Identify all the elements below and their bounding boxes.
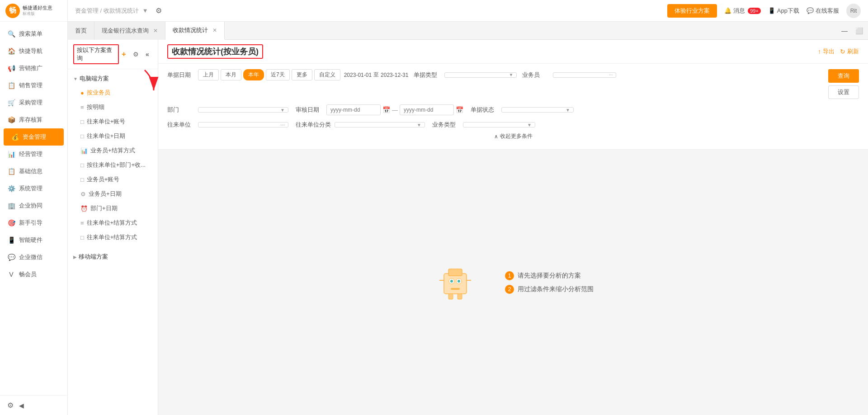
tab-collection-stats-close[interactable]: ✕ — [212, 27, 217, 33]
partner-select[interactable] — [198, 122, 288, 127]
review-date-cal-icon2[interactable]: 📅 — [456, 106, 463, 113]
tab-home[interactable]: 首页 — [68, 22, 94, 40]
hint-item-1: 1 请先选择要分析的方案 — [505, 271, 581, 280]
user-avatar[interactable]: Rit — [846, 4, 861, 18]
scheme-item-by-unit-account[interactable]: □ 往来单位+账号 — [68, 114, 158, 129]
export-icon: ↑ — [818, 48, 821, 55]
scheme-item-by-salesperson-settlement[interactable]: 📊 业务员+结算方式 — [68, 143, 158, 158]
query-button[interactable]: 查询 — [828, 69, 859, 83]
quick-nav-icon: 🏠 — [7, 47, 15, 55]
data-area: 1 请先选择要分析的方案 2 用过滤条件来缩小分析范围 — [158, 150, 868, 415]
trial-button[interactable]: 体验行业方案 — [667, 4, 717, 18]
scheme-item-by-salesperson-account[interactable]: □ 业务员+账号 — [68, 172, 158, 187]
date-btn-this-month[interactable]: 本月 — [221, 69, 241, 80]
scheme-add-button[interactable]: + — [119, 49, 129, 59]
scheme-panel-header: 按以下方案查询 + ⚙ « — [68, 40, 158, 69]
scheme-group-mobile-header[interactable]: ▶ 移动端方案 — [68, 250, 158, 264]
scheme-settings-button[interactable]: ⚙ — [131, 49, 141, 59]
scheme-group-desktop-header[interactable]: ▼ 电脑端方案 — [68, 72, 158, 85]
page-actions: ↑ 导出 ↻ 刷新 — [818, 47, 859, 56]
vip-icon: V — [7, 271, 15, 278]
sidebar-item-system[interactable]: ⚙️ 系统管理 — [0, 180, 67, 197]
scheme-collapse-button[interactable]: « — [142, 49, 152, 59]
sidebar-item-basic-info[interactable]: 📋 基础信息 — [0, 163, 67, 180]
notification-badge: 99+ — [748, 8, 761, 14]
tab-bank-flow-close[interactable]: ✕ — [153, 28, 158, 34]
business-type-select[interactable] — [463, 122, 535, 127]
scheme-item-by-unit-settlement2[interactable]: □ 往来单位+结算方式 — [68, 230, 158, 245]
sidebar-item-finance[interactable]: 💰 资金管理 — [4, 128, 64, 146]
tab-bank-flow[interactable]: 现金银行流水查询 ✕ — [94, 22, 165, 40]
logo-badge: 标准版 — [23, 11, 52, 17]
sidebar-item-vip[interactable]: V 畅会员 — [0, 266, 67, 283]
refresh-label: 刷新 — [847, 47, 859, 56]
scheme-item-label: 业务员+账号 — [87, 175, 120, 184]
review-date-cal-icon[interactable]: 📅 — [382, 106, 390, 113]
header-gear-icon[interactable]: ⚙ — [152, 4, 165, 18]
newbie-icon: 🎯 — [7, 219, 15, 226]
scheme-item-by-unit-dept-collection[interactable]: □ 按往来单位+部门+收... — [68, 158, 158, 172]
sidebar-collapse-icon[interactable]: ◀ — [19, 402, 24, 409]
sidebar-item-operations[interactable]: 📊 经营管理 — [0, 146, 67, 163]
empty-state: 1 请先选择要分析的方案 2 用过滤条件来缩小分析范围 — [433, 260, 594, 305]
tabs-controls: — ⬜ — [839, 25, 868, 36]
voucher-status-select[interactable] — [501, 107, 574, 113]
scheme-group-mobile: ▶ 移动端方案 — [68, 247, 158, 266]
date-btn-last-7-days[interactable]: 近7天 — [266, 69, 290, 80]
wechat-icon: 💬 — [7, 254, 15, 261]
sidebar-item-label: 系统管理 — [19, 184, 42, 193]
scheme-panel-actions: + ⚙ « — [119, 49, 152, 59]
sidebar-item-search-menu[interactable]: 🔍 搜索菜单 — [0, 25, 67, 42]
sidebar-item-quick-nav[interactable]: 🏠 快捷导航 — [0, 42, 67, 60]
sidebar-item-sales[interactable]: 📋 销售管理 — [0, 77, 67, 94]
refresh-button[interactable]: ↻ 刷新 — [840, 47, 859, 56]
app-download-button[interactable]: 📱 App下载 — [768, 7, 799, 15]
collapse-more-row[interactable]: ∧ 收起更多条件 — [167, 129, 859, 144]
sidebar-item-newbie[interactable]: 🎯 新手引导 — [0, 214, 67, 231]
date-btn-more[interactable]: 更多 — [292, 69, 312, 80]
scheme-item-by-detail[interactable]: ≡ 按明细 — [68, 100, 158, 114]
online-service-button[interactable]: 💬 在线客服 — [807, 7, 839, 15]
tab-maximize-icon[interactable]: ⬜ — [854, 25, 864, 36]
sidebar-item-label: 经营管理 — [19, 150, 42, 158]
date-btn-last-month[interactable]: 上月 — [198, 69, 219, 80]
scheme-item-by-unit-date[interactable]: □ 往来单位+日期 — [68, 129, 158, 143]
sidebar-item-purchase[interactable]: 🛒 采购管理 — [0, 94, 67, 111]
voucher-type-select[interactable] — [444, 72, 517, 78]
tab-minimize-icon[interactable]: — — [839, 25, 850, 36]
review-date-start-input[interactable] — [326, 104, 381, 115]
scheme-item-by-salesperson[interactable]: ● 按业务员 — [68, 85, 158, 100]
scheme-item-by-dept-date[interactable]: ⏰ 部门+日期 — [68, 201, 158, 216]
date-btn-custom[interactable]: 自定义 — [314, 69, 340, 80]
scheme-item-by-salesperson-date[interactable]: ⚙ 业务员+日期 — [68, 187, 158, 201]
partner-label: 往来单位 — [167, 121, 194, 129]
sidebar-item-wechat[interactable]: 💬 企业微信 — [0, 249, 67, 266]
notification-icon: 🔔 — [724, 7, 731, 14]
settings-button[interactable]: 设置 — [828, 85, 859, 99]
date-btn-this-year[interactable]: 本年 — [243, 69, 264, 80]
content-area: 按以下方案查询 + ⚙ « ▼ 电脑端方案 ● 按业务员 ≡ — [68, 40, 868, 415]
operations-icon: 📊 — [7, 151, 15, 158]
svg-rect-0 — [444, 274, 467, 294]
by-unit-account-icon: □ — [80, 118, 84, 125]
salesperson-label: 业务员 — [522, 71, 549, 79]
sidebar-item-enterprise[interactable]: 🏢 企业协同 — [0, 197, 67, 214]
sidebar-item-smart-hw[interactable]: 📱 智能硬件 — [0, 231, 67, 249]
notification-button[interactable]: 🔔 消息 99+ — [724, 7, 761, 15]
dept-select[interactable] — [198, 107, 288, 113]
review-date-end-input[interactable] — [400, 104, 454, 115]
app-download-icon: 📱 — [768, 7, 775, 14]
export-button[interactable]: ↑ 导出 — [818, 47, 835, 56]
sidebar-settings-icon[interactable]: ⚙ — [7, 401, 14, 410]
sidebar-item-inventory[interactable]: 📦 库存核算 — [0, 111, 67, 128]
scheme-item-by-unit-settlement1[interactable]: ≡ 往来单位+结算方式 — [68, 216, 158, 230]
partner-category-select[interactable] — [335, 122, 425, 127]
sidebar-item-marketing[interactable]: 📢 营销推广 — [0, 60, 67, 77]
tab-collection-stats[interactable]: 收款情况统计 ✕ — [165, 22, 225, 40]
salesperson-select[interactable] — [553, 72, 616, 78]
breadcrumb-dropdown-icon[interactable]: ▼ — [142, 7, 148, 14]
by-salesperson-settlement-icon: 📊 — [80, 147, 88, 154]
sales-icon: 📋 — [7, 82, 15, 89]
svg-point-5 — [458, 280, 460, 283]
svg-rect-6 — [451, 288, 460, 290]
